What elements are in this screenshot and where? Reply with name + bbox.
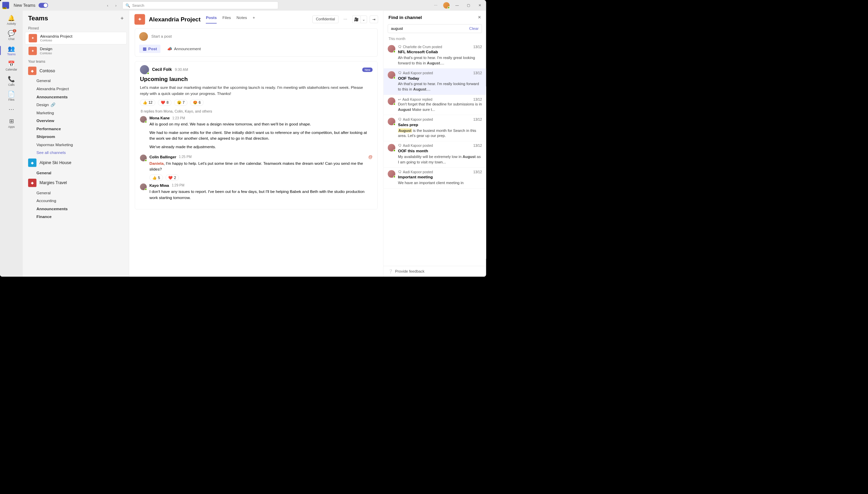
channel-item[interactable]: Marketing: [37, 109, 129, 117]
result-author: Aadi Kapoor posted: [403, 170, 433, 174]
new-teams-toggle[interactable]: [38, 3, 48, 8]
new-badge: New: [362, 68, 372, 72]
search-result[interactable]: 🗨Charlotte de Crum posted13/12 NFL Micro…: [384, 42, 486, 69]
rail-calls[interactable]: 📞Calls: [0, 74, 23, 88]
search-input[interactable]: 🔍 Search: [122, 1, 278, 9]
team-row[interactable]: ◆Margies Travel: [23, 177, 129, 189]
reply-time: 1:25 PM: [179, 155, 192, 159]
close-find-button[interactable]: ✕: [478, 15, 481, 20]
channel-item[interactable]: Alexandria Project: [37, 85, 129, 93]
open-panel-button[interactable]: ⇥: [370, 16, 378, 23]
find-clear[interactable]: Clear: [469, 26, 479, 31]
result-title: NFL Microsoft Collab: [398, 50, 482, 54]
reaction-pill[interactable]: 😍6: [190, 99, 204, 106]
replies-summary[interactable]: 8 replies from Mona, Colin, Kayo, and ot…: [140, 109, 373, 113]
search-result[interactable]: ↩Aadi Kapoor replied13/12 Don't forget t…: [384, 95, 486, 115]
channel-item[interactable]: Vapormax Marketing: [37, 141, 129, 149]
channel-item[interactable]: Announcements: [37, 93, 129, 101]
result-date: 13/12: [473, 144, 482, 148]
reply-body: I don't have any issues to report. I've …: [150, 189, 373, 201]
team-org: Contoso: [40, 51, 53, 55]
feedback-button[interactable]: ❔ Provide feedback: [384, 266, 486, 277]
reply-avatar[interactable]: [140, 116, 147, 123]
tab-add[interactable]: +: [253, 15, 255, 23]
minimize-button[interactable]: —: [453, 2, 461, 8]
maximize-button[interactable]: ▢: [464, 2, 472, 8]
result-type-icon: 🗨: [398, 45, 402, 49]
rail-calendar[interactable]: 📅Calendar: [0, 58, 23, 73]
channel-title: Alexandria Project: [149, 16, 200, 23]
user-avatar[interactable]: [443, 2, 449, 8]
reply-body: All is good on my end. We have a design …: [150, 121, 373, 150]
reaction-pill[interactable]: 😮7: [174, 99, 188, 106]
channel-item[interactable]: Accounting: [37, 197, 129, 205]
channel-item[interactable]: Design🔗: [37, 101, 129, 109]
see-all-channels[interactable]: See all channels: [37, 149, 129, 157]
team-org: Contoso: [40, 39, 72, 42]
channel-more-icon[interactable]: ⋯: [341, 16, 350, 23]
tab-notes[interactable]: Notes: [237, 15, 247, 23]
reaction-count: 8: [167, 101, 169, 105]
meet-dropdown[interactable]: ⌄: [361, 16, 367, 23]
search-result[interactable]: 🗨Aadi Kapoor posted13/12 OOF Today Ah th…: [384, 69, 486, 95]
nav-back[interactable]: ‹: [104, 2, 111, 9]
channel-item[interactable]: Finance: [37, 213, 129, 221]
channel-item[interactable]: Announcements: [37, 205, 129, 213]
file-icon: 📄: [8, 91, 15, 98]
add-team-button[interactable]: +: [120, 15, 123, 21]
reply-avatar[interactable]: [140, 184, 147, 190]
search-result[interactable]: 🗨Aadi Kapoor posted13/12 OOF this month …: [384, 141, 486, 168]
close-button[interactable]: ✕: [476, 2, 484, 8]
result-snippet: We have an important client meeting in: [398, 180, 482, 186]
tab-posts[interactable]: Posts: [206, 15, 217, 23]
channel-item[interactable]: Performance: [37, 125, 129, 133]
pinned-team-item[interactable]: ✦DesignContoso: [25, 45, 127, 57]
result-type-icon: 🗨: [398, 71, 402, 75]
result-author: Aadi Kapoor replied: [403, 98, 433, 102]
rail-teams[interactable]: 👥Teams: [0, 43, 23, 58]
channel-item[interactable]: General: [37, 169, 129, 177]
channel-item[interactable]: Overview: [37, 117, 129, 125]
search-result[interactable]: 🗨Aadi Kapoor posted13/12 Sales prep Augu…: [384, 115, 486, 141]
rail-activity[interactable]: 🔔Activity: [0, 13, 23, 27]
result-date: 13/12: [473, 45, 482, 49]
reply: Mona Kane1:23 PM All is good on my end. …: [140, 116, 373, 152]
find-input[interactable]: [391, 26, 469, 31]
nav-forward[interactable]: ›: [113, 2, 119, 9]
find-input-wrap: Clear: [388, 24, 482, 33]
post-button[interactable]: ▦Post: [139, 45, 160, 53]
announcement-button[interactable]: 📣Announcement: [164, 45, 204, 53]
reaction-pill[interactable]: ❤️2: [166, 175, 179, 181]
reaction-pill[interactable]: 👍5: [150, 175, 163, 181]
rail-apps[interactable]: ⊞Apps: [0, 116, 23, 131]
post-body: Let's make sure that our marketing mater…: [140, 84, 373, 96]
result-date: 13/12: [473, 170, 482, 174]
channel-item[interactable]: General: [37, 77, 129, 85]
mention[interactable]: Daniela: [150, 161, 164, 166]
result-snippet: August is the busiest month for Search i…: [398, 128, 482, 138]
ellipsis-icon: ⋯: [8, 106, 14, 113]
reply-time: 1:29 PM: [172, 184, 185, 188]
more-icon[interactable]: ⋯: [432, 2, 440, 8]
tab-files[interactable]: Files: [223, 15, 231, 23]
channel-item[interactable]: General: [37, 189, 129, 197]
reaction-count: 6: [199, 101, 201, 105]
reaction-count: 7: [183, 101, 185, 105]
rail-more[interactable]: ⋯: [0, 104, 23, 115]
composer-placeholder[interactable]: Start a post: [151, 34, 172, 39]
search-result[interactable]: 🗨Aadi Kapoor posted13/12 Important meeti…: [384, 168, 486, 189]
post-author-avatar[interactable]: [140, 65, 149, 74]
meet-button[interactable]: 🎥: [352, 16, 361, 23]
apps-icon: ⊞: [9, 118, 14, 125]
team-row[interactable]: ◆Contoso: [23, 65, 129, 77]
confidential-button[interactable]: Confidential: [312, 16, 339, 23]
pinned-team-item[interactable]: ✦Alexandria ProjectContoso: [25, 32, 127, 44]
post: Cecil Folk 9:30 AM New Upcoming launch L…: [135, 61, 378, 209]
rail-chat[interactable]: 1💬Chat: [0, 28, 23, 43]
reaction-pill[interactable]: ❤️8: [158, 99, 172, 106]
channel-item[interactable]: Shiproom: [37, 133, 129, 141]
reply-avatar[interactable]: [140, 155, 147, 162]
rail-files[interactable]: 📄Files: [0, 89, 23, 103]
reaction-pill[interactable]: 👍12: [140, 99, 155, 106]
team-row[interactable]: ◆Alpine Ski House: [23, 157, 129, 169]
